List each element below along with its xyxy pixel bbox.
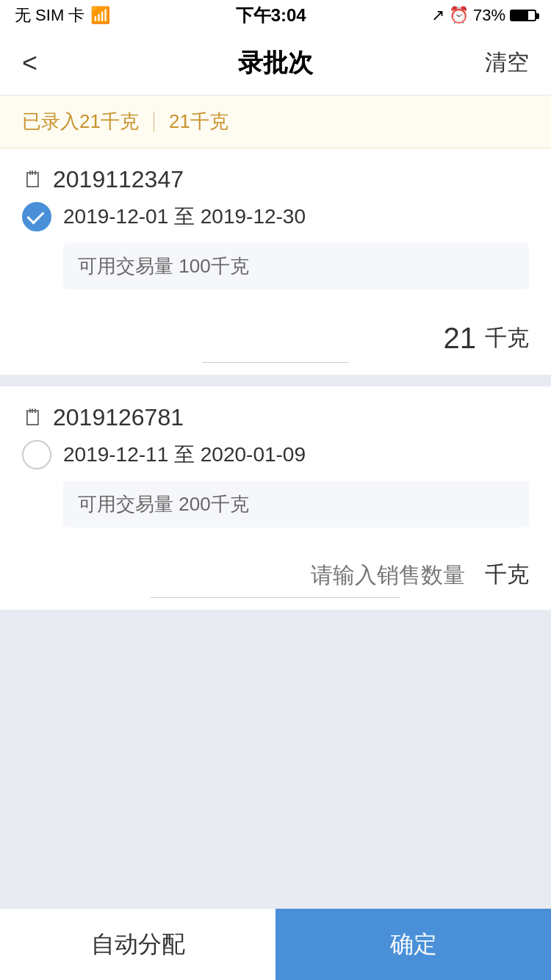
- batch-1-avail: 可用交易量 100千克: [63, 243, 529, 289]
- recorded-value: 21千克: [169, 109, 228, 134]
- back-button[interactable]: <: [22, 48, 66, 79]
- main-content: 已录入21千克 21千克 🗒 2019112347 2019-12-01 至 2…: [0, 96, 551, 908]
- gray-area: [0, 621, 551, 908]
- status-bar: 无 SIM 卡 📶 下午3:04 ↗ ⏰ 73%: [0, 0, 551, 31]
- batch-2-id: 2019126781: [53, 404, 184, 431]
- wifi-icon: 📶: [90, 6, 110, 25]
- batch-1-bottom-space: [0, 363, 551, 375]
- batch-2-bottom-space: [0, 598, 551, 610]
- batch-1-unit: 千克: [485, 323, 529, 353]
- auto-distribute-button[interactable]: 自动分配: [0, 909, 276, 980]
- batch-1-amount: 21: [444, 322, 477, 355]
- section-divider-1: [0, 375, 551, 386]
- batch-1-radio[interactable]: [22, 202, 51, 231]
- clear-button[interactable]: 清空: [485, 48, 529, 78]
- section-divider-2: [0, 610, 551, 621]
- batch-2-input-row[interactable]: 千克: [0, 545, 551, 597]
- batch-2-item: 🗒 2019126781 2019-12-11 至 2020-01-09 可用交…: [0, 386, 551, 545]
- batch-2-unit: 千克: [485, 560, 529, 590]
- nav-bar: < 录批次 清空: [0, 31, 551, 96]
- batch-2-date-row[interactable]: 2019-12-11 至 2020-01-09: [22, 440, 529, 469]
- page-title: 录批次: [238, 46, 313, 80]
- info-divider: [154, 112, 154, 132]
- status-right: ↗ ⏰ 73%: [431, 6, 536, 25]
- recorded-label: 已录入21千克: [22, 109, 139, 134]
- batch-1-icon: 🗒: [22, 167, 44, 192]
- batch-1-amount-row: 21 千克: [0, 307, 551, 362]
- batch-1-section: 🗒 2019112347 2019-12-01 至 2019-12-30 可用交…: [0, 148, 551, 375]
- batch-2-icon: 🗒: [22, 406, 44, 430]
- info-banner: 已录入21千克 21千克: [0, 96, 551, 148]
- battery-bar: [510, 10, 536, 21]
- location-icon: ↗: [431, 6, 444, 25]
- batch-2-radio[interactable]: [22, 440, 51, 469]
- bottom-bar: 自动分配 确定: [0, 908, 551, 980]
- battery-fill: [511, 11, 528, 20]
- qty-input[interactable]: [22, 563, 476, 588]
- batch-2-header: 🗒 2019126781: [22, 404, 529, 431]
- carrier-label: 无 SIM 卡: [15, 4, 84, 26]
- battery-percent: 73%: [473, 6, 505, 25]
- batch-2-avail: 可用交易量 200千克: [63, 481, 529, 527]
- batch-1-item: 🗒 2019112347 2019-12-01 至 2019-12-30 可用交…: [0, 148, 551, 307]
- confirm-button[interactable]: 确定: [276, 909, 551, 980]
- batch-1-id: 2019112347: [53, 166, 184, 193]
- batch-2-date: 2019-12-11 至 2020-01-09: [63, 441, 306, 469]
- batch-1-date: 2019-12-01 至 2019-12-30: [63, 203, 306, 231]
- alarm-icon: ⏰: [449, 6, 469, 25]
- batch-1-date-row[interactable]: 2019-12-01 至 2019-12-30: [22, 202, 529, 231]
- status-left: 无 SIM 卡 📶: [15, 4, 110, 26]
- batch-1-header: 🗒 2019112347: [22, 166, 529, 193]
- batch-2-section: 🗒 2019126781 2019-12-11 至 2020-01-09 可用交…: [0, 386, 551, 610]
- status-time: 下午3:04: [236, 4, 306, 27]
